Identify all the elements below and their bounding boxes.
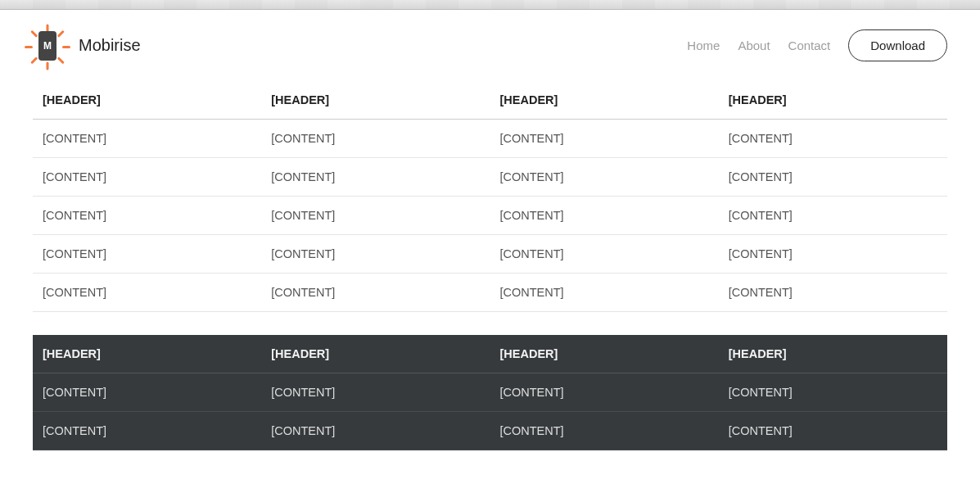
table-cell: [CONTENT]	[261, 274, 490, 312]
nav-link-contact[interactable]: Contact	[788, 38, 831, 52]
table-light: [HEADER] [HEADER] [HEADER] [HEADER] [CON…	[33, 81, 947, 312]
table-cell: [CONTENT]	[33, 373, 261, 412]
table-header-cell: [HEADER]	[719, 335, 947, 373]
table-row: [CONTENT] [CONTENT] [CONTENT] [CONTENT]	[33, 158, 947, 197]
nav-links: Home About Contact Download	[687, 29, 947, 61]
table-header-cell: [HEADER]	[490, 335, 719, 373]
table-cell: [CONTENT]	[261, 235, 490, 274]
table-cell: [CONTENT]	[490, 120, 719, 158]
brand-name: Mobirise	[79, 36, 141, 55]
table-cell: [CONTENT]	[490, 235, 719, 274]
table-cell: [CONTENT]	[719, 120, 947, 158]
table-cell: [CONTENT]	[261, 373, 490, 412]
table-cell: [CONTENT]	[261, 120, 490, 158]
table-cell: [CONTENT]	[490, 412, 719, 450]
download-button[interactable]: Download	[848, 29, 947, 61]
table-cell: [CONTENT]	[719, 373, 947, 412]
table-cell: [CONTENT]	[33, 412, 261, 450]
table-header-cell: [HEADER]	[490, 81, 719, 120]
table-header-cell: [HEADER]	[33, 335, 261, 373]
table-row: [CONTENT] [CONTENT] [CONTENT] [CONTENT]	[33, 373, 947, 412]
table-row: [CONTENT] [CONTENT] [CONTENT] [CONTENT]	[33, 235, 947, 274]
table-cell: [CONTENT]	[490, 158, 719, 197]
table-cell: [CONTENT]	[261, 158, 490, 197]
table-cell: [CONTENT]	[33, 158, 261, 197]
browser-chrome-bar	[0, 0, 980, 10]
table-cell: [CONTENT]	[33, 120, 261, 158]
table-header-row: [HEADER] [HEADER] [HEADER] [HEADER]	[33, 335, 947, 373]
logo-icon	[33, 31, 62, 61]
table-cell: [CONTENT]	[490, 197, 719, 235]
table-cell: [CONTENT]	[33, 197, 261, 235]
brand[interactable]: Mobirise	[33, 31, 141, 61]
navbar: Mobirise Home About Contact Download	[0, 10, 980, 81]
table-header-cell: [HEADER]	[261, 81, 490, 120]
table-row: [CONTENT] [CONTENT] [CONTENT] [CONTENT]	[33, 412, 947, 450]
table-cell: [CONTENT]	[490, 373, 719, 412]
table-header-cell: [HEADER]	[261, 335, 490, 373]
content: [HEADER] [HEADER] [HEADER] [HEADER] [CON…	[0, 81, 980, 484]
nav-link-home[interactable]: Home	[687, 38, 720, 52]
table-cell: [CONTENT]	[719, 235, 947, 274]
table-cell: [CONTENT]	[490, 274, 719, 312]
table-cell: [CONTENT]	[719, 158, 947, 197]
table-cell: [CONTENT]	[719, 274, 947, 312]
table-header-cell: [HEADER]	[719, 81, 947, 120]
nav-link-about[interactable]: About	[738, 38, 770, 52]
table-header-row: [HEADER] [HEADER] [HEADER] [HEADER]	[33, 81, 947, 120]
table-cell: [CONTENT]	[261, 412, 490, 450]
table-header-cell: [HEADER]	[33, 81, 261, 120]
table-cell: [CONTENT]	[33, 274, 261, 312]
table-cell: [CONTENT]	[33, 235, 261, 274]
table-cell: [CONTENT]	[719, 197, 947, 235]
table-row: [CONTENT] [CONTENT] [CONTENT] [CONTENT]	[33, 120, 947, 158]
table-row: [CONTENT] [CONTENT] [CONTENT] [CONTENT]	[33, 274, 947, 312]
table-cell: [CONTENT]	[719, 412, 947, 450]
table-dark: [HEADER] [HEADER] [HEADER] [HEADER] [CON…	[33, 335, 947, 450]
table-row: [CONTENT] [CONTENT] [CONTENT] [CONTENT]	[33, 197, 947, 235]
table-cell: [CONTENT]	[261, 197, 490, 235]
